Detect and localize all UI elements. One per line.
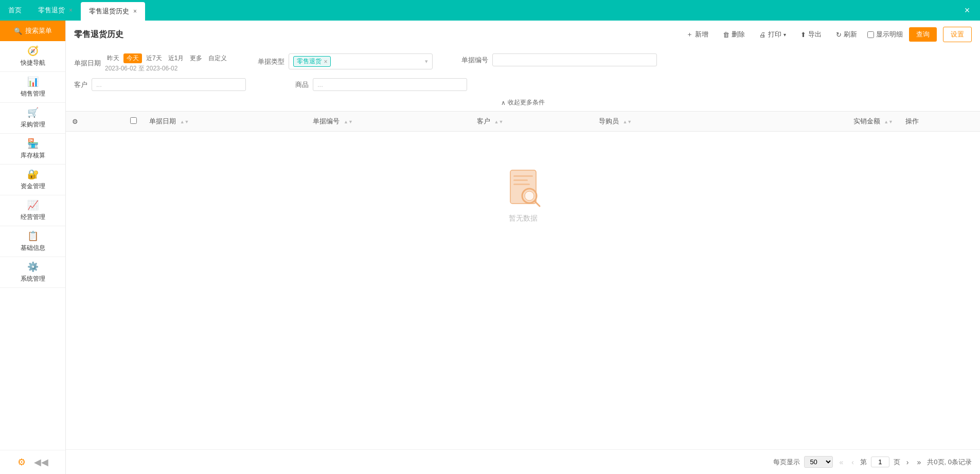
show-detail-checkbox-label[interactable]: 显示明细 [867,30,903,39]
volume-icon[interactable]: ◀◀ [34,457,48,468]
settings-icon[interactable]: ⚙ [17,457,26,468]
top-nav: 首页 零售退货 × 零售退货历史 × × [0,0,980,21]
sys-mgmt-icon: ⚙️ [27,261,39,272]
sidebar-item-basic-info-label: 基础信息 [21,244,45,252]
sidebar-item-sales-mgmt[interactable]: 📊 销售管理 [0,72,65,103]
doc-type-select[interactable]: 零售退货 × ▾ [289,53,433,69]
doc-type-tag-remove[interactable]: × [324,58,327,65]
filter-row-1: 单据日期 昨天 今天 近7天 近1月 更多 自定义 2 [74,53,972,73]
sidebar-item-finance[interactable]: 🔐 资金管理 [0,165,65,195]
sidebar-item-basic-info[interactable]: 📋 基础信息 [0,226,65,257]
table-settings-icon[interactable]: ⚙ [72,118,78,125]
setting-button[interactable]: 设置 [943,27,972,42]
shortcut-custom[interactable]: 自定义 [206,53,229,63]
date-filter-label: 单据日期 [74,59,101,68]
page-label: 第 [860,458,867,467]
sidebar-item-purchase-mgmt[interactable]: 🛒 采购管理 [0,103,65,134]
doc-type-tag-label: 零售退货 [297,57,322,66]
shortcut-yesterday[interactable]: 昨天 [105,53,121,63]
table-head: ⚙ 单据日期 ▲▼ 单据编号 [66,112,980,132]
doc-date-sort-icon[interactable]: ▲▼ [180,119,189,124]
refresh-button[interactable]: ↻ 刷新 [832,28,861,41]
goods-select[interactable]: ... [313,78,467,91]
tab-retail-return-history[interactable]: 零售退货历史 × [81,2,145,21]
shortcut-more[interactable]: 更多 [188,53,204,63]
tab-retail-return-label: 零售退货 [38,6,65,15]
customer-select[interactable]: ... [92,78,246,91]
doc-type-dropdown-icon: ▾ [425,58,428,65]
basic-info-icon: 📋 [27,230,39,242]
delete-icon: 🗑 [723,31,729,39]
doc-type-tag: 零售退货 × [293,56,331,67]
tab-retail-return-history-close[interactable]: × [133,8,137,15]
shortcut-7days[interactable]: 近7天 [144,53,164,63]
show-detail-label: 显示明细 [876,30,903,39]
tab-retail-return-close[interactable]: × [69,7,73,14]
sidebar-item-inventory[interactable]: 🏪 库存核算 [0,134,65,165]
tab-home[interactable]: 首页 [0,0,30,21]
th-guide: 导购员 ▲▼ [593,112,736,132]
delete-button[interactable]: 🗑 删除 [719,28,749,41]
sidebar-item-operations-label: 经营管理 [21,213,45,222]
print-dropdown-icon: ▾ [783,32,786,38]
sidebar-bottom: ⚙ ◀◀ [0,450,65,474]
svg-point-5 [525,191,534,200]
show-detail-checkbox[interactable] [867,31,874,38]
filter-area: 单据日期 昨天 今天 近7天 近1月 更多 自定义 2 [66,48,980,111]
sidebar-search[interactable]: 🔍 搜索菜单 [0,21,65,41]
first-page-button[interactable]: « [837,457,845,467]
empty-text: 暂无数据 [509,214,538,223]
pagination: 每页显示 50 10 20 100 « ‹ 第 页 › » 共0页, 0条记录 [66,449,980,474]
doc-no-input[interactable] [492,53,657,66]
collapse-row: ∧ 收起更多条件 [74,96,972,111]
doc-type-selected-tags: 零售退货 × [293,56,331,67]
date-range-display: 2023-06-02 至 2023-06-02 [105,64,229,73]
inventory-icon: 🏪 [27,138,39,149]
customer-sort-icon[interactable]: ▲▼ [494,119,504,124]
tab-retail-return[interactable]: 零售退货 × [30,0,81,21]
table-header-row: ⚙ 单据日期 ▲▼ 单据编号 [66,112,980,132]
shortcut-today[interactable]: 今天 [123,53,142,63]
goods-placeholder: ... [317,81,323,88]
finance-icon: 🔐 [27,169,39,180]
data-table: ⚙ 单据日期 ▲▼ 单据编号 [66,112,980,132]
query-button[interactable]: 查询 [909,27,937,42]
total-info: 共0页, 0条记录 [927,458,972,467]
filter-group-doc-no: 单据编号 [461,53,657,66]
export-icon: ⬆ [800,31,806,39]
sidebar-item-operations[interactable]: 📈 经营管理 [0,195,65,226]
doc-no-sort-icon[interactable]: ▲▼ [344,119,353,124]
prev-page-button[interactable]: ‹ [849,457,856,467]
window-close-button[interactable]: × [954,5,980,16]
sidebar-item-sys-mgmt[interactable]: ⚙️ 系统管理 [0,257,65,288]
delete-label: 删除 [732,30,745,39]
select-all-checkbox[interactable] [130,117,137,124]
page-title: 零售退货历史 [74,29,123,40]
per-page-select[interactable]: 50 10 20 100 [804,456,833,468]
export-button[interactable]: ⬆ 导出 [796,28,826,41]
guide-sort-icon[interactable]: ▲▼ [622,119,632,124]
th-doc-date-label: 单据日期 [149,117,176,125]
sidebar-item-quick-nav[interactable]: 🧭 快捷导航 [0,41,65,72]
doc-no-label: 单据编号 [461,56,488,65]
print-button[interactable]: 🖨 打印 ▾ [755,28,790,41]
new-button[interactable]: ＋ 新增 [682,28,712,41]
amount-sort-icon[interactable]: ▲▼ [884,119,893,124]
shortcut-1month[interactable]: 近1月 [166,53,186,63]
sidebar-item-sys-mgmt-label: 系统管理 [21,275,45,283]
print-label: 打印 [768,30,781,39]
next-page-button[interactable]: › [904,457,911,467]
page-input[interactable] [871,457,889,467]
refresh-label: 刷新 [844,30,857,39]
last-page-button[interactable]: » [915,457,923,467]
th-action-label: 操作 [905,117,919,125]
export-label: 导出 [808,30,822,39]
tab-bar: 首页 零售退货 × 零售退货历史 × [0,0,954,21]
collapse-button[interactable]: ∧ 收起更多条件 [501,98,545,107]
content-area: 零售退货历史 ＋ 新增 🗑 删除 🖨 [66,21,980,474]
main-area: 🔍 搜索菜单 🧭 快捷导航 📊 销售管理 🛒 采购管理 🏪 库存核算 🔐 [0,21,980,474]
content-title-row: 零售退货历史 ＋ 新增 🗑 删除 🖨 [74,27,972,42]
collapse-up-icon: ∧ [501,99,506,106]
th-settings[interactable]: ⚙ [66,112,124,132]
th-checkbox[interactable] [124,112,143,132]
